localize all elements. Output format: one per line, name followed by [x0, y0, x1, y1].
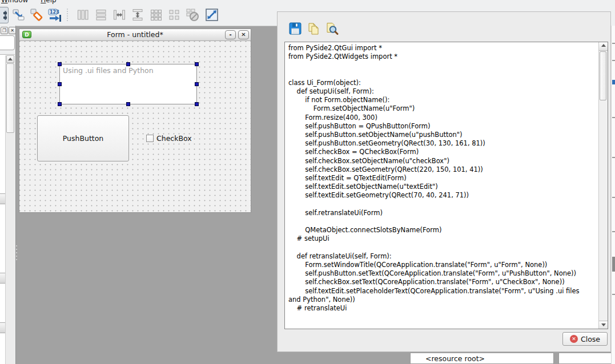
checkbox-label: CheckBox	[156, 134, 192, 143]
pushbutton-widget[interactable]: PushButton	[37, 115, 129, 161]
edit-tab-order-glyph: 123	[47, 7, 62, 22]
scroll-down-icon[interactable]	[599, 321, 608, 329]
close-dialog-button[interactable]: ✕ Close	[562, 332, 608, 346]
layout-vertically-icon	[93, 7, 108, 22]
close-button-label: Close	[581, 335, 600, 343]
find-glyph	[325, 22, 339, 36]
splitter-handle-dot	[16, 252, 17, 253]
adjust-size-glyph	[204, 7, 219, 22]
splitter-handle-dot	[16, 259, 17, 260]
edge-tick	[612, 43, 615, 44]
selection-handle[interactable]	[58, 82, 62, 86]
edit-signals-slots-glyph	[11, 8, 25, 22]
selection-handle[interactable]	[195, 62, 199, 66]
layout-grid-icon	[148, 7, 163, 22]
edge-thumb	[612, 257, 615, 272]
edit-widgets-glyph	[0, 9, 7, 22]
dock-close-icon[interactable]: ✕	[9, 27, 16, 34]
edit-buddies-glyph	[29, 7, 44, 22]
menu-help[interactable]: Help	[41, 0, 56, 4]
edit-signals-slots-icon[interactable]	[10, 7, 26, 22]
save-icon[interactable]	[288, 22, 303, 36]
resource-preview-panel	[558, 353, 615, 364]
copy-icon[interactable]	[307, 22, 321, 36]
edge-tick	[612, 294, 615, 295]
copy-glyph	[307, 22, 321, 36]
form-window-title: Form - untitled*	[19, 30, 251, 39]
splitter-handle-dot	[16, 249, 17, 250]
checkbox-widget[interactable]: CheckBox	[146, 127, 204, 150]
dock-float-icon[interactable]: ❐	[1, 27, 8, 34]
scrollbar-thumb[interactable]	[600, 51, 606, 100]
layout-horizontally-splitter-icon	[111, 7, 127, 22]
resource-root-item[interactable]: <resource root>	[425, 354, 485, 363]
form-canvas[interactable]: Using .ui files and Python PushButton Ch…	[19, 41, 251, 212]
scrollbar-thumb[interactable]	[6, 63, 14, 133]
widget-box-scrollbar[interactable]	[5, 55, 15, 364]
minimize-button[interactable]: -	[225, 30, 236, 39]
break-layout-icon	[184, 7, 200, 22]
menu-window[interactable]: Window	[1, 0, 28, 4]
layout-grid-glyph	[149, 8, 163, 22]
scroll-up-icon[interactable]	[6, 55, 14, 63]
checkbox-box[interactable]	[146, 135, 154, 142]
edge-tick	[612, 117, 615, 118]
window-edge-sliver	[611, 26, 615, 364]
layout-form-glyph	[167, 8, 181, 22]
selection-handle[interactable]	[195, 82, 199, 86]
layout-vertically-splitter-icon	[130, 7, 145, 22]
find-icon[interactable]	[325, 22, 339, 36]
code-preview-dialog: from PySide2.QtGui import * from PySide2…	[277, 11, 611, 352]
adjust-size-icon[interactable]	[204, 7, 219, 22]
selection-handle[interactable]	[126, 62, 130, 66]
layout-form-icon	[166, 7, 182, 22]
edit-tab-order-icon[interactable]: 123	[47, 7, 62, 22]
widget-box-list	[0, 54, 15, 364]
scroll-up-icon[interactable]	[599, 42, 608, 51]
break-layout-glyph	[185, 7, 200, 22]
selection-handle[interactable]	[126, 102, 130, 106]
close-red-icon: ✕	[570, 335, 578, 343]
form-window-titlebar[interactable]: D Form - untitled* - ✕	[19, 29, 251, 41]
code-scrollbar[interactable]	[598, 42, 608, 329]
splitter-handle-dot	[16, 245, 17, 246]
selection-handle[interactable]	[58, 62, 62, 66]
selection-handle[interactable]	[195, 102, 199, 106]
menubar: Window Help	[0, 0, 615, 5]
code-view[interactable]: from PySide2.QtGui import * from PySide2…	[284, 42, 608, 329]
edit-widgets-icon[interactable]	[0, 7, 9, 23]
edge-tick-blue	[612, 80, 615, 84]
close-window-button[interactable]: ✕	[238, 30, 249, 39]
svg-text:123: 123	[50, 10, 59, 15]
code-content: from PySide2.QtGui import * from PySide2…	[285, 42, 608, 313]
widget-box-dock: ❐ ✕	[0, 26, 16, 364]
widget-filter-input[interactable]	[0, 35, 15, 50]
form-window: D Form - untitled* - ✕ Using .ui files a…	[19, 29, 251, 213]
layout-horizontally-splitter-glyph	[112, 8, 126, 22]
selection-handle[interactable]	[58, 102, 62, 106]
edge-tick	[612, 60, 615, 61]
edge-tick	[612, 197, 615, 198]
textedit-widget[interactable]: Using .ui files and Python	[59, 64, 197, 104]
save-glyph	[288, 22, 302, 35]
splitter-handle-dot	[16, 256, 17, 257]
edge-tick	[612, 157, 615, 158]
layout-horizontally-glyph	[76, 8, 90, 22]
textedit-placeholder: Using .ui files and Python	[63, 66, 154, 75]
layout-horizontally-icon	[75, 7, 90, 22]
layout-vertically-glyph	[94, 8, 108, 22]
resource-tree-panel: <resource root>	[410, 353, 554, 364]
layout-vertically-splitter-glyph	[131, 8, 144, 22]
edit-buddies-icon[interactable]	[29, 7, 44, 22]
edge-tick	[612, 231, 615, 232]
toolbar-separator	[67, 9, 69, 21]
